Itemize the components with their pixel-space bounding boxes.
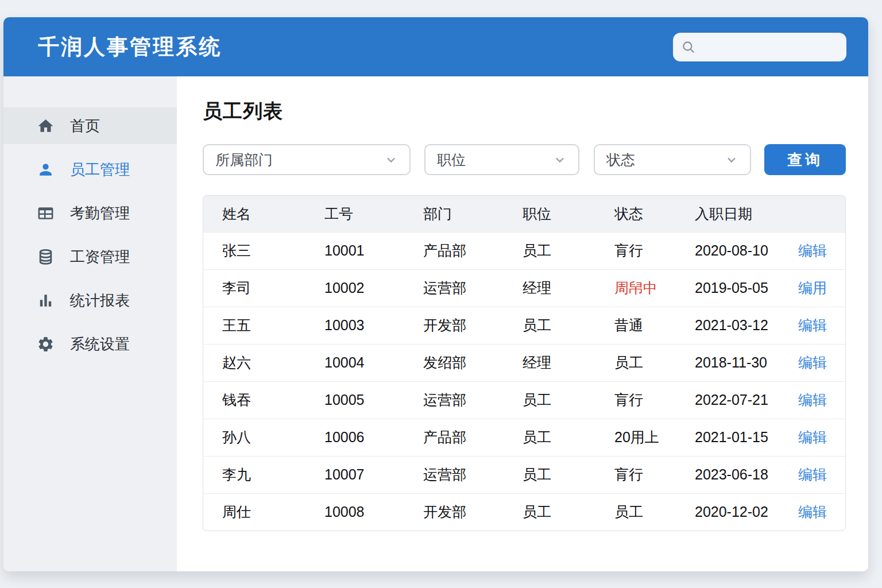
employee-dept: 运营部: [423, 381, 523, 419]
table-header: 姓名工号部门职位状态入职日期: [203, 196, 845, 232]
sidebar-item-reports[interactable]: 统计报表: [3, 282, 177, 319]
employee-dept: 产品部: [423, 419, 523, 456]
employee-hire-date: 2018-11-30: [695, 344, 798, 381]
chevron-down-icon: [384, 153, 398, 167]
edit-link[interactable]: 编辑: [798, 504, 827, 520]
department-select-value: 所属部门: [215, 150, 273, 169]
app-window: 千润人事管理系统 首页 员工管理: [3, 17, 868, 571]
employee-dept: 运营部: [423, 269, 523, 307]
bar-chart-icon: [37, 292, 55, 310]
employee-id: 10007: [324, 456, 423, 493]
user-icon: [37, 161, 55, 179]
search-input[interactable]: [702, 40, 856, 54]
app-header: 千润人事管理系统: [3, 17, 868, 76]
column-header: 职位: [523, 196, 614, 232]
employee-position: 员工: [523, 381, 614, 419]
employee-status: 肓行: [614, 456, 695, 493]
gear-icon: [37, 335, 55, 353]
sidebar-item-label: 工资管理: [70, 247, 130, 267]
employee-status: 肓行: [614, 381, 695, 419]
sidebar-item-label: 考勤管理: [70, 203, 130, 223]
employee-position: 员工: [523, 232, 614, 269]
employee-id: 10008: [324, 493, 423, 531]
table-row: 赵六10004发绍部经理员工2018-11-30编辑: [203, 344, 845, 381]
action-cell: 编辑: [798, 419, 845, 456]
employee-hire-date: 2020-08-10: [695, 232, 798, 269]
employee-dept: 产品部: [423, 232, 523, 269]
employee-status: 周帠中: [614, 269, 695, 307]
employee-id: 10005: [324, 381, 423, 419]
action-cell: 编辑: [798, 344, 845, 381]
employee-name: 钱吞: [203, 381, 324, 419]
employee-hire-date: 2023-06-18: [695, 456, 798, 493]
column-header: 入职日期: [695, 196, 798, 232]
employee-position: 员工: [523, 493, 614, 531]
page-title: 员工列表: [203, 98, 846, 125]
query-button[interactable]: 查询: [764, 144, 846, 175]
sidebar-item-employees[interactable]: 员工管理: [3, 151, 177, 188]
employee-hire-date: 2022-07-21: [695, 381, 798, 419]
employee-name: 李司: [203, 269, 324, 307]
sidebar: 首页 员工管理 考勤管理: [3, 76, 177, 571]
header-search-box: [673, 33, 846, 61]
employee-id: 10003: [324, 307, 423, 344]
edit-link[interactable]: 编用: [798, 280, 827, 296]
grid-icon: [37, 204, 55, 222]
employee-hire-date: 2021-03-12: [695, 307, 798, 344]
edit-link[interactable]: 编辑: [798, 242, 827, 258]
employee-status: 肓行: [614, 232, 695, 269]
sidebar-item-attendance[interactable]: 考勤管理: [3, 195, 177, 231]
chevron-down-icon: [553, 153, 567, 167]
employee-position: 员工: [523, 456, 614, 493]
edit-link[interactable]: 编辑: [798, 317, 827, 333]
table-row: 李司10002运营部经理周帠中2019-05-05编用: [203, 269, 845, 307]
action-cell: 编辑: [798, 456, 845, 493]
employee-hire-date: 2020-12-02: [695, 493, 798, 531]
table-row: 钱吞10005运营部员工肓行2022-07-21编辑: [203, 381, 845, 419]
employee-name: 王五: [203, 307, 324, 344]
column-header: 工号: [324, 196, 423, 232]
employee-status: 员工: [614, 493, 695, 531]
sidebar-item-label: 统计报表: [70, 291, 130, 311]
position-select[interactable]: 职位: [424, 144, 579, 175]
employee-dept: 发绍部: [423, 344, 523, 381]
edit-link[interactable]: 编辑: [798, 466, 827, 482]
status-select[interactable]: 状态: [594, 144, 751, 175]
edit-link[interactable]: 编辑: [798, 354, 827, 370]
employee-table: 姓名工号部门职位状态入职日期 张三10001产品部员工肓行2020-08-10编…: [203, 196, 845, 531]
database-icon: [37, 248, 55, 266]
action-cell: 编辑: [798, 232, 845, 269]
action-cell: 编辑: [798, 307, 845, 344]
app-title: 千润人事管理系统: [38, 33, 222, 61]
department-select[interactable]: 所属部门: [203, 144, 411, 175]
sidebar-item-label: 系统设置: [70, 334, 130, 354]
employee-id: 10006: [324, 419, 423, 456]
employee-id: 10001: [324, 232, 423, 269]
employee-status: 20用上: [614, 419, 695, 456]
employee-position: 经理: [523, 269, 614, 307]
sidebar-item-salary[interactable]: 工资管理: [3, 238, 177, 275]
employee-hire-date: 2021-01-15: [695, 419, 798, 456]
column-header: 姓名: [203, 196, 324, 232]
chevron-down-icon: [725, 153, 738, 167]
sidebar-item-home[interactable]: 首页: [3, 107, 177, 144]
table-row: 张三10001产品部员工肓行2020-08-10编辑: [203, 232, 845, 269]
employee-id: 10004: [324, 344, 423, 381]
sidebar-item-settings[interactable]: 系统设置: [3, 326, 177, 362]
column-header: 部门: [423, 196, 523, 232]
employee-dept: 开发部: [423, 493, 523, 531]
home-icon: [37, 117, 55, 135]
employee-dept: 开发部: [423, 307, 523, 344]
search-icon: [681, 40, 696, 55]
edit-link[interactable]: 编辑: [798, 392, 827, 408]
action-cell: 编用: [798, 269, 845, 307]
employee-name: 孙八: [203, 419, 324, 456]
employee-name: 张三: [203, 232, 324, 269]
employee-id: 10002: [324, 269, 423, 307]
app-body: 首页 员工管理 考勤管理: [3, 76, 868, 571]
edit-link[interactable]: 编辑: [798, 429, 827, 445]
employee-position: 员工: [523, 307, 614, 344]
position-select-value: 职位: [437, 150, 466, 169]
table-row: 孙八10006产品部员工20用上2021-01-15编辑: [203, 419, 845, 456]
employee-dept: 运营部: [423, 456, 523, 493]
